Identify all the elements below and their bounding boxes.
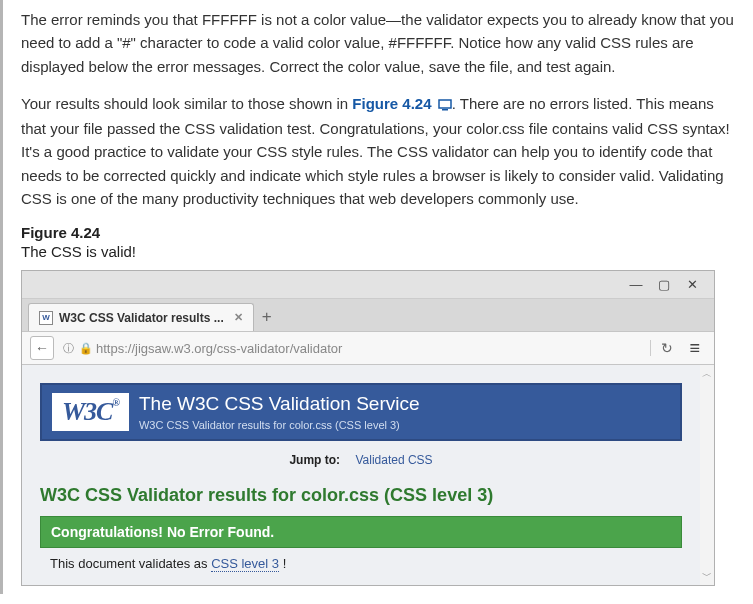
browser-window: — ▢ ✕ W W3C CSS Validator results ... ✕ … — [21, 270, 715, 586]
site-info-icon[interactable]: ⓘ — [60, 340, 76, 356]
paragraph-1: The error reminds you that FFFFFF is not… — [21, 8, 735, 78]
address-bar: ← ⓘ 🔒 https://jigsaw.w3.org/css-validato… — [22, 331, 714, 365]
tab-title: W3C CSS Validator results ... — [59, 311, 224, 325]
scrollbar-up-icon[interactable]: ︿ — [702, 367, 712, 381]
paragraph-2: Your results should look similar to thos… — [21, 92, 735, 210]
results-heading: W3C CSS Validator results for color.css … — [40, 485, 682, 506]
jump-to-label: Jump to: — [289, 453, 340, 467]
jump-to-validated-css-link[interactable]: Validated CSS — [355, 453, 432, 467]
w3c-banner: W3C® The W3C CSS Validation Service W3C … — [40, 383, 682, 441]
congratulations-bar: Congratulations! No Error Found. — [40, 516, 682, 548]
figure-label: Figure 4.24 — [21, 224, 735, 241]
reload-button[interactable]: ↻ — [650, 340, 683, 356]
css-level-link[interactable]: CSS level 3 — [211, 556, 279, 572]
svg-rect-0 — [439, 100, 451, 108]
banner-title: The W3C CSS Validation Service — [139, 393, 420, 415]
back-button[interactable]: ← — [30, 336, 54, 360]
jump-to-nav: Jump to: Validated CSS — [40, 441, 682, 479]
browser-tab[interactable]: W W3C CSS Validator results ... ✕ — [28, 303, 254, 331]
w3c-logo: W3C® — [52, 393, 129, 431]
tab-bar: W W3C CSS Validator results ... ✕ + — [22, 299, 714, 331]
tab-close-icon[interactable]: ✕ — [234, 311, 243, 324]
screen-icon — [438, 94, 452, 117]
tab-favicon-icon: W — [39, 311, 53, 325]
window-titlebar: — ▢ ✕ — [22, 271, 714, 299]
validates-text: This document validates as CSS level 3 ! — [40, 548, 682, 575]
svg-rect-1 — [442, 109, 448, 111]
lock-icon: 🔒 — [78, 340, 94, 356]
close-window-button[interactable]: ✕ — [678, 277, 706, 292]
url-text[interactable]: https://jigsaw.w3.org/css-validator/vali… — [96, 341, 650, 356]
minimize-button[interactable]: — — [622, 277, 650, 292]
maximize-button[interactable]: ▢ — [650, 277, 678, 292]
page-viewport: ︿ ﹀ W3C® The W3C CSS Validation Service … — [22, 365, 714, 585]
new-tab-button[interactable]: + — [262, 307, 272, 331]
scrollbar-down-icon[interactable]: ﹀ — [702, 569, 712, 583]
hamburger-menu-icon[interactable]: ≡ — [683, 338, 706, 359]
figure-caption: The CSS is valid! — [21, 243, 735, 260]
figure-reference-link[interactable]: Figure 4.24 — [352, 95, 451, 112]
banner-subtitle: W3C CSS Validator results for color.css … — [139, 419, 420, 431]
